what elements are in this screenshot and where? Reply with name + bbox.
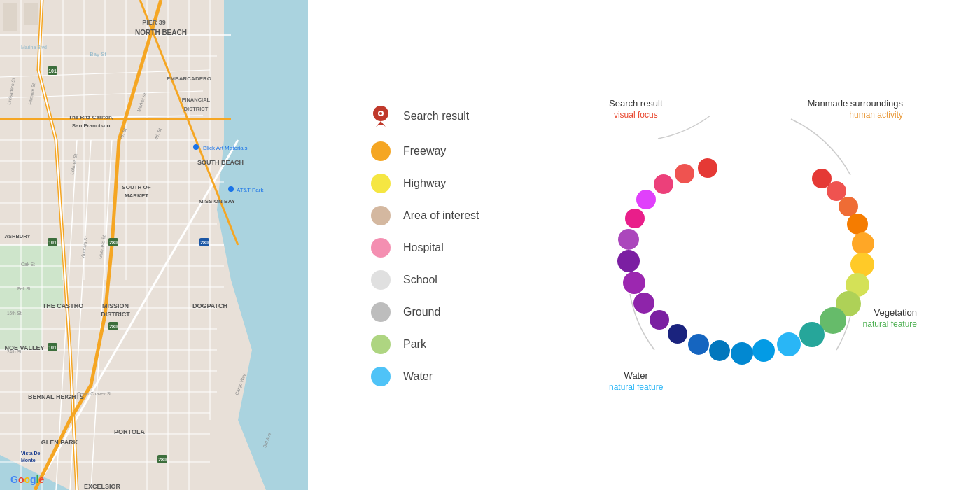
svg-point-117 — [709, 340, 730, 361]
svg-point-106 — [839, 197, 858, 216]
legend-item-school: School — [371, 270, 525, 290]
legend-label-freeway: Freeway — [403, 145, 446, 158]
color-wheel-diagram: Search result visual focus Manmade surro… — [525, 49, 959, 441]
svg-point-119 — [668, 324, 687, 344]
svg-text:101: 101 — [48, 345, 57, 350]
svg-text:BERNAL HEIGHTS: BERNAL HEIGHTS — [28, 393, 84, 400]
svg-text:Monte: Monte — [21, 458, 36, 463]
svg-text:MISSION: MISSION — [102, 302, 129, 309]
svg-point-128 — [675, 164, 694, 183]
svg-text:101: 101 — [48, 69, 57, 74]
svg-point-126 — [636, 190, 656, 209]
svg-text:SOUTH OF: SOUTH OF — [122, 184, 150, 190]
svg-point-125 — [625, 209, 645, 228]
svg-text:PIER 39: PIER 39 — [142, 19, 166, 26]
svg-text:FINANCIAL: FINANCIAL — [182, 97, 211, 103]
legend-label-highway: Highway — [403, 177, 446, 190]
svg-text:AT&T Park: AT&T Park — [237, 187, 264, 193]
legend-item-area-of-interest: Area of interest — [371, 206, 525, 225]
svg-point-64 — [228, 186, 234, 192]
svg-text:San Francisco: San Francisco — [72, 122, 111, 129]
svg-text:THE CASTRO: THE CASTRO — [43, 302, 84, 309]
svg-point-120 — [650, 310, 669, 330]
legend-item-freeway: Freeway — [371, 141, 525, 161]
svg-rect-40 — [4, 4, 18, 31]
svg-text:DOGPATCH: DOGPATCH — [192, 302, 227, 309]
svg-point-116 — [731, 342, 753, 365]
park-dot — [371, 335, 391, 354]
svg-point-118 — [688, 334, 709, 355]
svg-point-107 — [847, 214, 868, 234]
svg-rect-41 — [24, 4, 38, 24]
svg-text:DISTRICT: DISTRICT — [101, 311, 130, 318]
highway-dot — [371, 174, 391, 193]
svg-text:Vista Del: Vista Del — [21, 451, 41, 456]
svg-text:Google: Google — [10, 474, 44, 485]
legend: Search result Freeway Highway Area of in… — [371, 104, 525, 386]
right-panel: Search result Freeway Highway Area of in… — [308, 0, 980, 490]
wheel-svg — [574, 77, 910, 413]
legend-label-park: Park — [403, 338, 426, 351]
svg-point-124 — [618, 229, 639, 250]
svg-text:EMBARCADERO: EMBARCADERO — [167, 76, 211, 82]
svg-text:GLEN PARK: GLEN PARK — [41, 439, 78, 446]
svg-point-108 — [852, 232, 874, 255]
svg-text:DISTRICT: DISTRICT — [184, 106, 209, 112]
svg-text:ASHBURY: ASHBURY — [5, 233, 31, 239]
svg-point-127 — [654, 174, 673, 194]
legend-item-park: Park — [371, 335, 525, 354]
svg-point-114 — [777, 332, 801, 356]
legend-item-search-result: Search result — [371, 104, 525, 129]
legend-item-ground: Ground — [371, 302, 525, 322]
school-dot — [371, 270, 391, 290]
svg-point-115 — [752, 340, 775, 362]
svg-text:280: 280 — [158, 457, 167, 462]
water-dot — [371, 367, 391, 386]
legend-item-hospital: Hospital — [371, 238, 525, 258]
svg-text:101: 101 — [48, 240, 57, 245]
svg-text:MISSION BAY: MISSION BAY — [199, 198, 236, 204]
svg-text:Fell St: Fell St — [18, 286, 31, 291]
legend-label-water: Water — [403, 370, 433, 383]
svg-text:24th St: 24th St — [7, 349, 22, 354]
search-result-pin-icon — [371, 104, 391, 129]
svg-text:MARKET: MARKET — [125, 192, 148, 199]
legend-label-school: School — [403, 274, 438, 286]
svg-text:16th St: 16th St — [7, 311, 22, 316]
svg-text:The Ritz-Carlton,: The Ritz-Carlton, — [69, 114, 113, 120]
legend-item-highway: Highway — [371, 174, 525, 193]
freeway-dot — [371, 141, 391, 161]
svg-point-105 — [827, 181, 846, 201]
svg-point-62 — [193, 144, 199, 150]
svg-text:SOUTH BEACH: SOUTH BEACH — [197, 159, 244, 166]
legend-item-water: Water — [371, 367, 525, 386]
legend-label-ground: Ground — [403, 306, 440, 318]
svg-text:Blick Art Materials: Blick Art Materials — [203, 145, 248, 151]
area-of-interest-dot — [371, 206, 391, 225]
hospital-dot — [371, 238, 391, 258]
svg-text:Bay St: Bay St — [90, 51, 106, 57]
svg-point-122 — [623, 272, 645, 294]
svg-text:280: 280 — [109, 324, 118, 329]
legend-label-search-result: Search result — [403, 110, 469, 122]
map-panel: PIER 39 NORTH BEACH EMBARCADERO FINANCIA… — [0, 0, 308, 490]
svg-text:EXCELSIOR: EXCELSIOR — [84, 483, 121, 490]
legend-label-area-of-interest: Area of interest — [403, 209, 479, 222]
svg-text:280: 280 — [200, 240, 209, 245]
ground-dot — [371, 302, 391, 322]
svg-point-113 — [799, 322, 825, 347]
svg-point-121 — [634, 293, 654, 314]
svg-point-103 — [379, 112, 382, 115]
legend-label-hospital: Hospital — [403, 241, 444, 254]
svg-point-129 — [698, 158, 718, 178]
svg-text:PORTOLA: PORTOLA — [114, 428, 145, 435]
svg-point-123 — [617, 250, 640, 272]
svg-text:280: 280 — [109, 240, 118, 245]
svg-text:Marina Blvd: Marina Blvd — [21, 45, 47, 50]
svg-text:Oak St: Oak St — [21, 262, 35, 267]
svg-point-109 — [850, 253, 874, 276]
svg-text:Cesar Chavez St: Cesar Chavez St — [77, 391, 111, 396]
svg-rect-1 — [0, 245, 63, 308]
svg-text:NORTH BEACH: NORTH BEACH — [135, 29, 187, 36]
diagram-container: Search result visual focus Manmade surro… — [574, 77, 910, 413]
